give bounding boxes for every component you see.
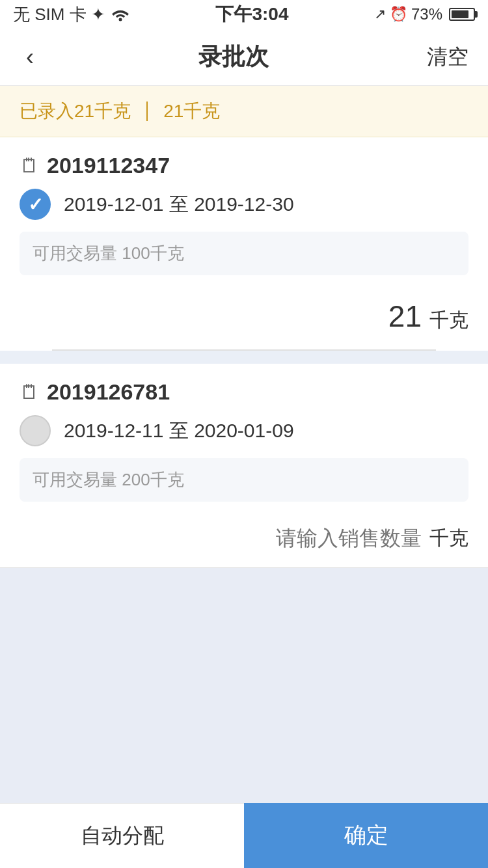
wifi-icon [111, 7, 130, 21]
amount-unit-1: 千克 [429, 307, 468, 334]
summary-divider [146, 102, 148, 121]
location-icon: ↗ [374, 6, 386, 23]
summary-amount: 21千克 [163, 99, 220, 124]
amount-input-row-2[interactable]: 千克 [0, 515, 488, 568]
checkmark-1: ✓ [28, 194, 43, 215]
nav-bar: ‹ 录批次 清空 [0, 29, 488, 86]
sim-text: 无 SIM 卡 ✦ [13, 3, 105, 26]
svg-point-0 [118, 18, 122, 21]
batch-id-2: 2019126781 [47, 379, 170, 405]
gray-area [0, 568, 488, 828]
clear-button[interactable]: 清空 [427, 43, 468, 72]
radio-selected-1[interactable]: ✓ [20, 189, 51, 220]
battery-icon [449, 8, 475, 21]
status-bar-right: ↗ ⏰ 73% [374, 5, 475, 23]
summary-banner: 已录入21千克 21千克 [0, 86, 488, 137]
batch-date-2: 2019-12-11 至 2020-01-09 [64, 418, 294, 444]
batch-header-1: 🗒 2019112347 [20, 153, 468, 178]
batch-id-1: 2019112347 [47, 153, 170, 178]
batch-header-2: 🗒 2019126781 [20, 379, 468, 405]
radio-unselected-2[interactable] [20, 415, 51, 446]
page-title: 录批次 [198, 41, 269, 73]
batch-icon-1: 🗒 [20, 155, 39, 177]
amount-row-1: 21 千克 [0, 288, 488, 349]
status-bar-left: 无 SIM 卡 ✦ [13, 3, 130, 26]
back-button[interactable]: ‹ [20, 37, 40, 77]
batch-card-1: 🗒 2019112347 ✓ 2019-12-01 至 2019-12-30 可… [0, 137, 488, 351]
unit-label-2: 千克 [429, 525, 468, 552]
battery-percent: 73% [411, 5, 442, 23]
batch-icon-2: 🗒 [20, 381, 39, 403]
recorded-label: 已录入21千克 [20, 99, 131, 124]
status-bar: 无 SIM 卡 ✦ 下午3:04 ↗ ⏰ 73% [0, 0, 488, 29]
amount-value-1: 21 [388, 299, 422, 334]
batch-availability-1: 可用交易量 100千克 [20, 232, 468, 275]
auto-distribute-button[interactable]: 自动分配 [0, 803, 244, 868]
batch-item-1: 🗒 2019112347 ✓ 2019-12-01 至 2019-12-30 可… [0, 137, 488, 275]
batch-card-2: 🗒 2019126781 2019-12-11 至 2020-01-09 可用交… [0, 364, 488, 568]
batch-availability-2: 可用交易量 200千克 [20, 458, 468, 502]
quantity-input-2[interactable] [20, 526, 422, 550]
section-divider [0, 351, 488, 364]
alarm-icon: ⏰ [390, 6, 407, 23]
batch-date-1: 2019-12-01 至 2019-12-30 [64, 191, 294, 218]
confirm-button[interactable]: 确定 [244, 803, 488, 868]
bottom-bar: 自动分配 确定 [0, 803, 488, 868]
batch-row-1[interactable]: ✓ 2019-12-01 至 2019-12-30 [20, 189, 468, 220]
batch-item-2: 🗒 2019126781 2019-12-11 至 2020-01-09 可用交… [0, 364, 488, 502]
status-bar-time: 下午3:04 [215, 2, 288, 27]
batch-row-2[interactable]: 2019-12-11 至 2020-01-09 [20, 415, 468, 446]
